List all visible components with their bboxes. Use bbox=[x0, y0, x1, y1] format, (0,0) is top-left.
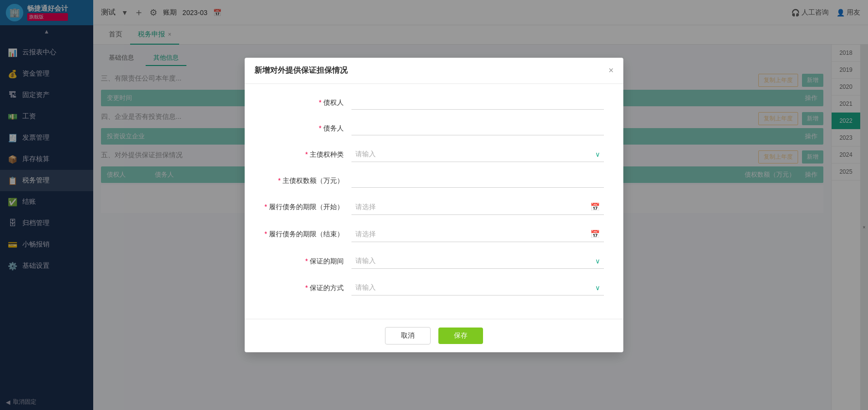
guarantee-period-select[interactable]: 请输入 ∨ bbox=[351, 254, 604, 269]
guarantee-method-label: * 保证的方式 bbox=[264, 284, 351, 293]
dialog-title: 新增对外提供保证担保情况 bbox=[254, 66, 348, 76]
creditor-input[interactable] bbox=[351, 96, 604, 110]
obligation-start-placeholder: 请选择 bbox=[355, 203, 376, 212]
debtor-input[interactable] bbox=[351, 121, 604, 135]
obligation-end-date[interactable]: 请选择 📅 bbox=[351, 227, 604, 242]
form-row-obligation-start: * 履行债务的期限（开始） 请选择 📅 bbox=[264, 199, 604, 215]
creditor-label: * 债权人 bbox=[264, 98, 351, 107]
cancel-button[interactable]: 取消 bbox=[385, 327, 431, 344]
form-row-principal-type: * 主债权种类 请输入 ∨ bbox=[264, 147, 604, 162]
principal-type-placeholder: 请输入 bbox=[355, 150, 376, 159]
dialog-header: 新增对外提供保证担保情况 × bbox=[245, 58, 623, 84]
obligation-end-calendar-icon: 📅 bbox=[590, 230, 600, 239]
form-row-principal-amount: * 主债权数额（万元） bbox=[264, 174, 604, 188]
dialog-footer: 取消 保存 bbox=[245, 319, 623, 352]
guarantee-period-placeholder: 请输入 bbox=[355, 257, 376, 265]
guarantee-period-chevron-icon: ∨ bbox=[595, 257, 600, 265]
form-row-debtor: * 债务人 bbox=[264, 121, 604, 135]
principal-type-chevron-icon: ∨ bbox=[595, 150, 600, 158]
principal-type-label: * 主债权种类 bbox=[264, 150, 351, 159]
guarantee-method-placeholder: 请输入 bbox=[355, 283, 376, 292]
dialog: 新增对外提供保证担保情况 × * 债权人 * 债务人 bbox=[245, 58, 623, 352]
guarantee-method-select[interactable]: 请输入 ∨ bbox=[351, 280, 604, 295]
guarantee-method-chevron-icon: ∨ bbox=[595, 284, 600, 292]
principal-amount-label: * 主债权数额（万元） bbox=[264, 177, 351, 185]
obligation-start-date[interactable]: 请选择 📅 bbox=[351, 199, 604, 215]
guarantee-period-label: * 保证的期间 bbox=[264, 257, 351, 266]
form-row-obligation-end: * 履行债务的期限（结束） 请选择 📅 bbox=[264, 227, 604, 242]
obligation-end-placeholder: 请选择 bbox=[355, 230, 376, 239]
dialog-body: * 债权人 * 债务人 * 主债权种类 请输入 bbox=[245, 84, 623, 319]
principal-amount-input[interactable] bbox=[351, 174, 604, 188]
dialog-close-button[interactable]: × bbox=[608, 66, 614, 76]
form-row-guarantee-period: * 保证的期间 请输入 ∨ bbox=[264, 254, 604, 269]
form-row-creditor: * 债权人 bbox=[264, 96, 604, 110]
obligation-end-label: * 履行债务的期限（结束） bbox=[264, 230, 351, 239]
obligation-start-label: * 履行债务的期限（开始） bbox=[264, 203, 351, 212]
save-button[interactable]: 保存 bbox=[438, 328, 483, 344]
debtor-label: * 债务人 bbox=[264, 124, 351, 133]
dialog-overlay: 新增对外提供保证担保情况 × * 债权人 * 债务人 bbox=[0, 0, 868, 410]
form-row-guarantee-method: * 保证的方式 请输入 ∨ bbox=[264, 280, 604, 295]
obligation-start-calendar-icon: 📅 bbox=[590, 202, 600, 212]
principal-type-select[interactable]: 请输入 ∨ bbox=[351, 147, 604, 162]
